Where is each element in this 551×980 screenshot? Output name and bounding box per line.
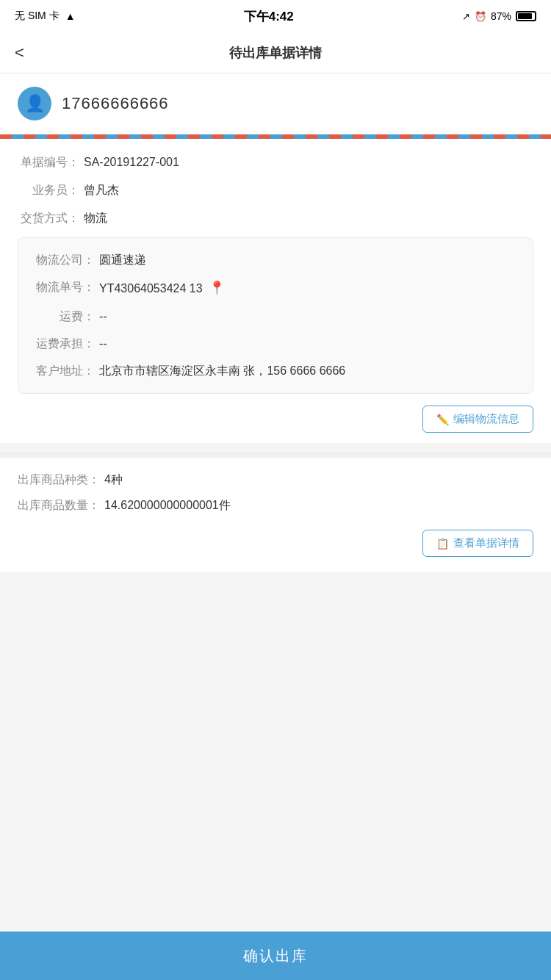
goods-section: 出库商品种类： 4种 出库商品数量： 14.620000000000001件 📋…	[0, 458, 551, 572]
section-divider	[0, 452, 551, 458]
status-time: 下午4:42	[244, 8, 294, 25]
address-label: 客户地址：	[33, 362, 99, 380]
confirm-bar[interactable]: 确认出库	[0, 932, 551, 980]
company-value: 圆通速递	[99, 251, 518, 269]
avatar: 👤	[18, 87, 51, 120]
main-content: 👤 17666666666 单据编号： SA-20191227-001 业务员：…	[0, 73, 551, 735]
goods-types-value: 4种	[104, 472, 123, 488]
order-no-row: 单据编号： SA-20191227-001	[18, 154, 533, 171]
view-detail-row: 📋 查看单据详情	[18, 524, 533, 560]
freight-bearer-value: --	[99, 335, 518, 353]
list-icon: 📋	[436, 538, 449, 550]
freight-value: --	[99, 308, 518, 325]
logistics-card: 物流公司： 圆通速递 物流单号： YT43064053424 13 📍 运费： …	[18, 237, 533, 394]
freight-row: 运费： --	[33, 308, 518, 325]
staff-label: 业务员：	[18, 181, 84, 199]
delivery-value: 物流	[84, 209, 533, 227]
edit-btn-row: ✏️ 编辑物流信息	[18, 406, 533, 436]
goods-quantity-row: 出库商品数量： 14.620000000000001件	[18, 498, 533, 514]
edit-logistics-button[interactable]: ✏️ 编辑物流信息	[422, 406, 533, 433]
alarm-icon: ⏰	[475, 11, 486, 22]
freight-bearer-row: 运费承担： --	[33, 335, 518, 353]
nav-bar: < 待出库单据详情	[0, 32, 551, 73]
page-title: 待出库单据详情	[229, 44, 322, 62]
bottom-padding	[0, 572, 551, 630]
goods-types-row: 出库商品种类： 4种	[18, 472, 533, 488]
customer-phone: 17666666666	[62, 94, 169, 113]
staff-value: 曾凡杰	[84, 181, 533, 199]
order-no-label: 单据编号：	[18, 154, 84, 171]
delivery-label: 交货方式：	[18, 209, 84, 227]
battery-text: 87%	[491, 10, 511, 22]
back-button[interactable]: <	[15, 37, 30, 68]
goods-quantity-label: 出库商品数量：	[18, 498, 104, 514]
tracking-row: 物流单号： YT43064053424 13 📍	[33, 278, 518, 298]
edit-icon: ✏️	[436, 414, 449, 425]
status-left: 无 SIM 卡 ▲	[15, 10, 76, 23]
freight-label: 运费：	[33, 308, 99, 325]
customer-header: 👤 17666666666	[0, 73, 551, 134]
staff-row: 业务员： 曾凡杰	[18, 181, 533, 199]
map-pin-icon[interactable]: 📍	[209, 278, 225, 298]
status-bar: 无 SIM 卡 ▲ 下午4:42 ↗ ⏰ 87%	[0, 0, 551, 32]
status-right: ↗ ⏰ 87%	[462, 10, 536, 22]
delivery-row: 交货方式： 物流	[18, 209, 533, 227]
order-info-section: 单据编号： SA-20191227-001 业务员： 曾凡杰 交货方式： 物流 …	[0, 139, 551, 443]
wifi-icon: ▲	[65, 10, 76, 22]
person-icon: 👤	[25, 94, 45, 113]
address-row: 客户地址： 北京市市辖区海淀区永丰南 张，156 6666 6666	[33, 362, 518, 380]
view-detail-button[interactable]: 📋 查看单据详情	[422, 530, 533, 557]
company-label: 物流公司：	[33, 251, 99, 269]
goods-quantity-value: 14.620000000000001件	[104, 498, 231, 514]
sim-label: 无 SIM 卡	[15, 10, 60, 23]
company-row: 物流公司： 圆通速递	[33, 251, 518, 269]
address-value: 北京市市辖区海淀区永丰南 张，156 6666 6666	[99, 362, 518, 380]
tracking-label: 物流单号：	[33, 278, 99, 296]
tracking-value: YT43064053424 13 📍	[99, 278, 518, 298]
goods-types-label: 出库商品种类：	[18, 472, 104, 488]
location-icon: ↗	[462, 11, 470, 22]
battery-icon	[516, 11, 536, 21]
order-no-value: SA-20191227-001	[84, 154, 533, 171]
confirm-button-text: 确认出库	[243, 946, 308, 966]
freight-bearer-label: 运费承担：	[33, 335, 99, 353]
